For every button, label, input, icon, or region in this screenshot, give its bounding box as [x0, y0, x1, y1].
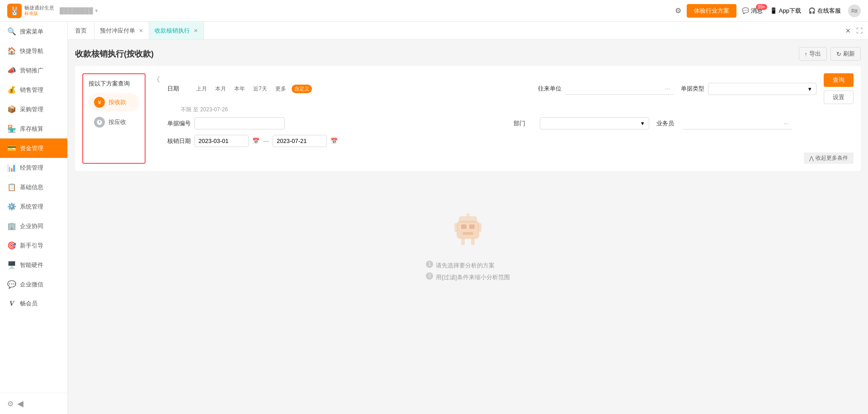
industry-solution-button[interactable]: 体验行业方案 — [687, 4, 736, 18]
svg-rect-4 — [454, 223, 458, 232]
sidebar-label-quick-nav: 快捷导航 — [20, 47, 43, 55]
sidebar-label-hardware: 智能硬件 — [20, 261, 43, 269]
doc-type-label: 单据类型 — [681, 85, 704, 93]
svg-rect-5 — [478, 223, 481, 232]
sidebar-item-enterprise[interactable]: 🏢 企业协同 — [0, 216, 67, 236]
sidebar-item-member[interactable]: V 畅会员 — [0, 294, 67, 313]
user-avatar: Rit — [848, 5, 861, 17]
user-profile[interactable]: Rit — [848, 5, 861, 17]
inventory-icon: 🏪 — [7, 124, 16, 133]
purchase-icon: 📦 — [7, 105, 16, 114]
dept-label: 部门 — [514, 119, 536, 128]
tip-num-1: 1 — [426, 261, 433, 268]
online-service-button[interactable]: 🎧 在线客服 — [808, 7, 841, 15]
counterparty-more-icon[interactable]: ··· — [661, 85, 674, 92]
staff-more-icon[interactable]: ··· — [780, 120, 792, 127]
sidebar-label-inventory: 库存核算 — [20, 125, 43, 133]
sidebar-item-sales[interactable]: 💰 销售管理 — [0, 80, 67, 100]
filter-scheme-panel: 按以下方案查询 ¥ 按收款 🕐 按应收 — [82, 73, 146, 164]
filter-date-field: 日期 上月 本月 本年 近7天 更多 自定义 — [167, 84, 491, 94]
app-download-button[interactable]: 📱 App下载 — [770, 7, 801, 15]
filter-staff-field: 业务员 ··· — [656, 118, 792, 129]
query-button[interactable]: 查询 — [824, 73, 854, 87]
sidebar-item-finance[interactable]: 💳 资金管理 — [0, 138, 67, 158]
sidebar-item-operations[interactable]: 📊 经营管理 — [0, 158, 67, 177]
tab-expand-button[interactable]: ⛶ — [854, 25, 864, 36]
filter-doc-no-field: 单据编号 — [167, 117, 506, 129]
sidebar-item-system[interactable]: ⚙️ 系统管理 — [0, 197, 67, 216]
finance-icon: 💳 — [7, 144, 16, 152]
filter-writeoff-date-field: 核销日期 📅 — 📅 — [167, 135, 854, 147]
app-name: 畅捷通好生意 标准版 — [24, 5, 54, 16]
svg-rect-3 — [462, 232, 473, 235]
guide-icon: 🎯 — [7, 241, 16, 250]
writeoff-date-start-input[interactable] — [194, 135, 249, 147]
service-icon: 🎧 — [808, 7, 816, 14]
empty-tip-1: 1 请先选择要分析的方案 — [426, 260, 509, 271]
sidebar-label-finance: 资金管理 — [20, 144, 43, 152]
date-7days[interactable]: 近7天 — [250, 84, 270, 94]
date-label: 日期 — [167, 85, 190, 93]
doc-type-select[interactable]: ▾ — [708, 83, 816, 95]
date-more[interactable]: 更多 — [273, 84, 289, 94]
export-button[interactable]: ↑ 导出 — [799, 47, 827, 61]
date-this-year[interactable]: 本年 — [231, 84, 248, 94]
company-dropdown-icon[interactable]: ▾ — [95, 7, 98, 14]
sidebar-label-purchase: 采购管理 — [20, 105, 43, 114]
sidebar-item-marketing[interactable]: 📣 营销推广 — [0, 61, 67, 80]
sidebar-label-sales: 销售管理 — [20, 86, 43, 94]
tab-receive[interactable]: 收款核销执行 ✕ — [149, 22, 204, 39]
svg-rect-6 — [461, 238, 465, 245]
settings-gear-button[interactable]: ⚙ — [675, 6, 681, 15]
sidebar-item-hardware[interactable]: 🖥️ 智能硬件 — [0, 255, 67, 275]
dept-select[interactable]: ▾ — [540, 117, 649, 129]
date-last-month[interactable]: 上月 — [193, 84, 210, 94]
sidebar-item-wechat[interactable]: 💬 企业微信 — [0, 275, 67, 294]
tip-num-2: 2 — [426, 272, 433, 280]
sidebar-item-basic-info[interactable]: 📋 基础信息 — [0, 177, 67, 197]
empty-state: 1 请先选择要分析的方案 2 用[过滤]条件来缩小分析范围 — [75, 171, 861, 319]
sidebar-item-purchase[interactable]: 📦 采购管理 — [0, 100, 67, 119]
filter-scheme-title: 按以下方案查询 — [89, 80, 139, 88]
filter-option-by-receipt[interactable]: ¥ 按收款 — [89, 93, 139, 111]
writeoff-start-calendar-icon[interactable]: 📅 — [252, 138, 259, 144]
counterparty-label: 往来单位 — [538, 85, 561, 93]
sidebar-item-inventory[interactable]: 🏪 库存核算 — [0, 119, 67, 138]
settings-icon[interactable]: ⚙ — [7, 400, 14, 408]
filter-row-1: 日期 上月 本月 本年 近7天 更多 自定义 — [167, 73, 854, 104]
sidebar-item-search[interactable]: 🔍 搜索菜单 — [0, 22, 67, 41]
date-custom-badge[interactable]: 自定义 — [292, 85, 312, 93]
sidebar-label-wechat: 企业微信 — [20, 281, 43, 289]
svg-rect-8 — [459, 216, 477, 223]
filter-counterparty-field: 往来单位 ··· — [538, 83, 674, 95]
tab-home[interactable]: 首页 — [68, 22, 94, 39]
top-bar: 🐰 畅捷通好生意 标准版 ████████ ▾ ⚙ 体验行业方案 💬 消息 99… — [0, 0, 868, 22]
doc-no-input[interactable] — [194, 117, 285, 129]
filter-panel-collapse-button[interactable]: 《 — [151, 73, 162, 86]
tab-prepay-close[interactable]: ✕ — [139, 28, 143, 33]
message-button[interactable]: 💬 消息 99+ — [742, 7, 763, 15]
counterparty-input[interactable] — [565, 83, 661, 94]
setting-button[interactable]: 设置 — [824, 90, 854, 104]
doc-type-dropdown-icon: ▾ — [808, 86, 811, 92]
tab-close-all-button[interactable]: ✕ — [844, 25, 853, 36]
writeoff-date-end-input[interactable] — [273, 135, 327, 147]
refresh-button[interactable]: ↻ 刷新 — [830, 47, 861, 61]
sidebar-label-system: 系统管理 — [20, 203, 43, 211]
empty-tip-2: 2 用[过滤]条件来缩小分析范围 — [426, 271, 509, 283]
company-selector[interactable]: ████████ ▾ — [60, 7, 670, 14]
tab-prepay[interactable]: 预付冲应付单 ✕ — [94, 22, 149, 39]
staff-input[interactable] — [683, 118, 780, 129]
writeoff-date-label: 核销日期 — [167, 137, 191, 145]
filter-option-by-receivable[interactable]: 🕐 按应收 — [89, 113, 139, 131]
collapse-more-button[interactable]: ⋀ 收起更多条件 — [804, 152, 854, 164]
message-badge: 99+ — [756, 4, 767, 10]
sidebar-item-quick-nav[interactable]: 🏠 快捷导航 — [0, 41, 67, 61]
date-shortcuts-group: 上月 本月 本年 近7天 更多 自定义 — [193, 84, 312, 94]
sidebar-collapse-button[interactable]: ◀︎ — [17, 399, 24, 409]
date-this-month[interactable]: 本月 — [212, 84, 229, 94]
page-content: 收款核销执行(按收款) ↑ 导出 ↻ 刷新 按以下方案查询 — [68, 40, 868, 414]
tab-receive-close[interactable]: ✕ — [193, 28, 198, 33]
writeoff-end-calendar-icon[interactable]: 📅 — [330, 138, 338, 144]
sidebar-item-guide[interactable]: 🎯 新手引导 — [0, 236, 67, 255]
